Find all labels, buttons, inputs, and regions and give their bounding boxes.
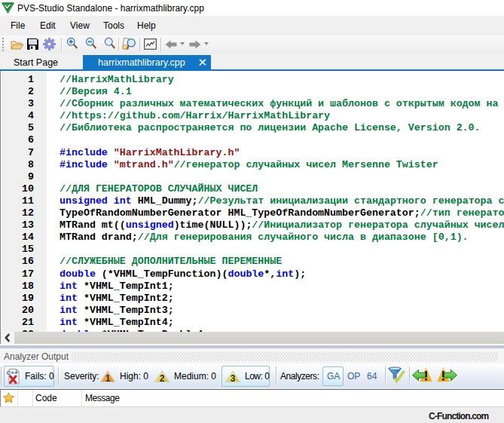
svg-text:3: 3 <box>231 373 236 383</box>
svg-text:1: 1 <box>105 373 111 383</box>
svg-text:2: 2 <box>160 373 165 383</box>
